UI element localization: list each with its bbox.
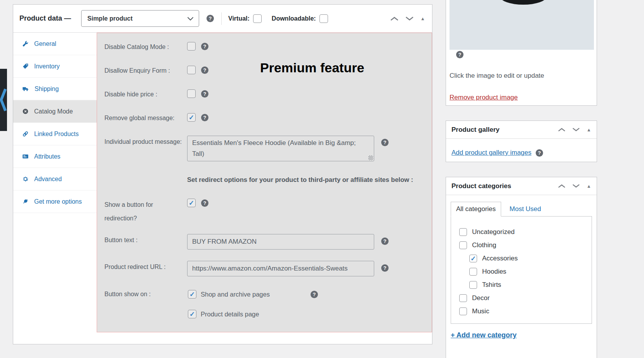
- redirect-url-value: https://www.amazon.com/Amazon-Essentials…: [192, 265, 348, 272]
- virtual-checkbox[interactable]: [253, 14, 262, 23]
- show-on-help-icon[interactable]: ?: [311, 291, 318, 298]
- downloadable-label: Downloadable:: [272, 15, 316, 22]
- category-item: Uncategorized: [459, 225, 592, 239]
- circle-x-icon: [22, 108, 29, 115]
- move-down-icon[interactable]: [572, 127, 580, 132]
- move-down-icon[interactable]: [572, 184, 580, 188]
- tab-all-categories[interactable]: All categories: [451, 202, 501, 217]
- disable-hide-price-help-icon[interactable]: ?: [201, 90, 208, 98]
- add-gallery-images-link[interactable]: Add product gallery images: [451, 149, 531, 157]
- product-gallery-box: Product gallery ▲ Add product gallery im…: [446, 120, 597, 162]
- tab-inventory[interactable]: Inventory: [13, 55, 97, 78]
- featured-image-help-icon[interactable]: ?: [456, 51, 463, 58]
- disallow-enquiry-checkbox[interactable]: [187, 66, 196, 74]
- category-label: Uncategorized: [472, 228, 515, 236]
- gallery-help-icon[interactable]: ?: [536, 149, 543, 157]
- individual-message-label: Individual product message:: [104, 138, 182, 145]
- product-type-help-icon[interactable]: ?: [207, 15, 214, 22]
- panel-controls: ▲: [390, 16, 426, 21]
- category-hoodies-checkbox[interactable]: [469, 268, 477, 276]
- show-on-shop-checkbox[interactable]: [188, 290, 196, 299]
- card-icon: [22, 153, 29, 160]
- category-label: Decor: [472, 294, 490, 302]
- category-uncategorized-checkbox[interactable]: [459, 228, 467, 236]
- tab-label: Inventory: [34, 63, 60, 70]
- panel-title: Product data —: [19, 14, 71, 23]
- disable-catalog-label: Disable Catalog Mode :: [104, 44, 169, 51]
- show-button-help-icon[interactable]: ?: [201, 199, 208, 207]
- show-button-checkbox[interactable]: [187, 199, 196, 207]
- woocommerce-product-edit-page: { "product_data_panel": { "title": "Prod…: [0, 0, 644, 358]
- category-music-checkbox[interactable]: [459, 307, 467, 315]
- category-item: Music: [459, 305, 592, 318]
- disable-hide-price-checkbox[interactable]: [187, 89, 196, 98]
- category-clothing-checkbox[interactable]: [459, 241, 467, 249]
- product-data-panel: Product data — Simple product ? Virtual:…: [13, 4, 432, 344]
- redirect-url-input[interactable]: https://www.amazon.com/Amazon-Essentials…: [187, 261, 374, 276]
- downloadable-checkbox[interactable]: [319, 14, 328, 23]
- remove-global-message-help-icon[interactable]: ?: [201, 114, 208, 121]
- button-text-help-icon[interactable]: ?: [381, 238, 389, 245]
- tab-general[interactable]: General: [13, 33, 97, 55]
- toggle-panel-icon[interactable]: ▲: [420, 16, 425, 21]
- tab-attributes[interactable]: Attributes: [13, 145, 97, 168]
- redirect-url-help-icon[interactable]: ?: [381, 264, 389, 272]
- individual-message-value: Essentials Men's Fleece Hoodie (Availabl…: [192, 139, 356, 157]
- disable-hide-price-label: Disable hide price :: [104, 91, 157, 98]
- tab-label: Shipping: [35, 86, 59, 93]
- toggle-panel-icon[interactable]: ▲: [587, 184, 591, 189]
- product-type-select[interactable]: Simple product: [81, 10, 199, 27]
- move-up-icon[interactable]: [390, 16, 399, 21]
- tab-shipping[interactable]: Shipping: [13, 78, 97, 100]
- tab-get-more-options[interactable]: Get more options: [13, 190, 97, 213]
- remove-product-image-link[interactable]: Remove product image: [450, 94, 518, 101]
- tab-advanced[interactable]: Advanced: [13, 168, 97, 190]
- chevron-down-icon: [187, 17, 194, 21]
- disable-catalog-checkbox[interactable]: [187, 42, 196, 51]
- product-image-thumbnail[interactable]: [450, 0, 594, 50]
- category-item: Decor: [459, 292, 592, 305]
- wrench-icon: [22, 40, 29, 47]
- move-down-icon[interactable]: [405, 16, 414, 21]
- product-categories-header: Product categories ▲: [446, 177, 597, 195]
- show-button-label: Show a button for redirection?: [104, 198, 170, 225]
- button-show-on-label: Button show on :: [104, 291, 151, 298]
- catalog-mode-form: Premium feature Disable Catalog Mode : ?…: [97, 33, 432, 332]
- disallow-enquiry-label: Disallow Enquiry Form :: [104, 67, 170, 74]
- tab-linked-products[interactable]: Linked Products: [13, 123, 97, 145]
- category-label: Clothing: [472, 241, 496, 249]
- tab-catalog-mode[interactable]: Catalog Mode: [13, 100, 97, 123]
- category-decor-checkbox[interactable]: [459, 294, 467, 302]
- product-categories-title: Product categories: [451, 182, 511, 190]
- tab-most-used[interactable]: Most Used: [510, 205, 541, 213]
- move-up-icon[interactable]: [558, 184, 566, 188]
- gear-icon: [22, 176, 29, 182]
- collapse-arrow-icon[interactable]: [0, 87, 8, 113]
- tab-label: General: [34, 40, 56, 47]
- show-on-details-checkbox[interactable]: [188, 310, 196, 318]
- product-categories-box: Product categories ▲ All categories Most…: [446, 177, 597, 358]
- category-accessories-checkbox[interactable]: [469, 255, 477, 262]
- disable-catalog-help-icon[interactable]: ?: [201, 43, 208, 50]
- button-text-input[interactable]: BUY FROM AMAZON: [187, 234, 374, 250]
- product-type-value: Simple product: [87, 15, 132, 22]
- move-up-icon[interactable]: [558, 127, 566, 132]
- individual-message-textarea[interactable]: Essentials Men's Fleece Hoodie (Availabl…: [187, 136, 374, 161]
- product-gallery-body: Add product gallery images ?: [446, 139, 597, 157]
- disallow-enquiry-help-icon[interactable]: ?: [201, 66, 208, 74]
- plug-icon: [22, 198, 29, 205]
- category-label: Accessories: [482, 255, 518, 262]
- remove-global-message-checkbox[interactable]: [187, 113, 196, 122]
- categories-controls: ▲: [558, 184, 591, 189]
- individual-message-help-icon[interactable]: ?: [381, 139, 389, 146]
- toggle-panel-icon[interactable]: ▲: [587, 127, 591, 132]
- add-new-category-link[interactable]: + Add new category: [451, 331, 517, 339]
- premium-feature-overlay: Premium feature: [260, 60, 364, 75]
- button-text-value: BUY FROM AMAZON: [192, 238, 257, 246]
- show-on-shop-label: Shop and archive pages: [201, 291, 270, 298]
- redirect-url-label: Product redirect URL :: [104, 264, 166, 271]
- textarea-resize-handle[interactable]: [368, 155, 373, 160]
- featured-image-caption: Click the image to edit or update: [450, 72, 544, 80]
- category-tshirts-checkbox[interactable]: [469, 281, 477, 289]
- button-text-label: Button text :: [104, 237, 137, 244]
